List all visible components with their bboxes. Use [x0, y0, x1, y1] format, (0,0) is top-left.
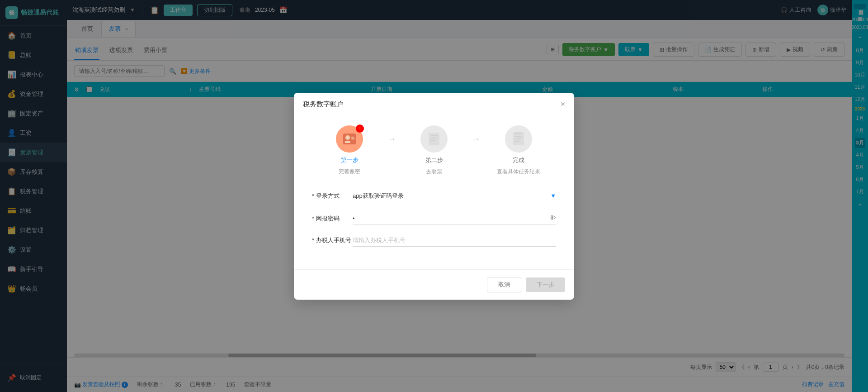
login-method-select[interactable]: app获取验证码登录 ▼	[353, 189, 556, 203]
svg-rect-2	[345, 141, 350, 143]
step-3-title: 完成	[513, 156, 524, 164]
svg-rect-7	[430, 138, 438, 139]
phone-label: * 办税人手机号	[312, 236, 353, 244]
svg-rect-8	[430, 140, 435, 141]
svg-rect-11	[515, 136, 522, 137]
step-1-badge: !	[356, 124, 364, 133]
steps: ! 第一步 完善账密 →	[312, 125, 556, 176]
svg-rect-4	[351, 139, 355, 139]
login-method-value: app获取验证码登录	[353, 192, 404, 200]
svg-rect-3	[351, 137, 354, 138]
step-1: ! 第一步 完善账密	[312, 125, 387, 176]
step-2: 第二步 去取票	[396, 125, 472, 176]
modal-title: 税务数字账户	[303, 100, 344, 109]
step-3-icon	[505, 125, 532, 153]
svg-rect-5	[429, 133, 439, 145]
step-2-title: 第二步	[425, 156, 443, 164]
phone-control	[353, 234, 556, 247]
toggle-password-icon[interactable]: 👁	[549, 214, 556, 222]
password-row: * 网报密码 👁	[312, 212, 556, 225]
step-1-title: 第一步	[341, 156, 359, 164]
password-label: * 网报密码	[312, 215, 353, 223]
svg-rect-10	[514, 132, 523, 134]
phone-row: * 办税人手机号	[312, 234, 556, 247]
svg-rect-6	[430, 135, 438, 136]
phone-input[interactable]	[353, 234, 556, 247]
next-button[interactable]: 下一步	[526, 277, 565, 292]
modal-footer: 取消 下一步	[294, 269, 574, 300]
password-control: 👁	[353, 212, 556, 225]
step-3-desc: 查看具体任务结果	[497, 168, 540, 176]
modal-form: * 登录方式 app获取验证码登录 ▼ * 网报密码 👁	[312, 189, 556, 247]
step-1-icon-wrap: !	[336, 125, 363, 153]
modal-body: ! 第一步 完善账密 →	[294, 116, 574, 269]
password-input[interactable]	[353, 212, 549, 225]
step-2-desc: 去取票	[426, 168, 442, 176]
modal-close-button[interactable]: ×	[560, 100, 565, 108]
step-arrow-1: →	[387, 125, 396, 144]
step-1-desc: 完善账密	[339, 168, 360, 176]
login-method-control: app获取验证码登录 ▼	[353, 189, 556, 203]
login-method-label: * 登录方式	[312, 192, 353, 200]
modal-header: 税务数字账户 ×	[294, 93, 574, 116]
login-method-row: * 登录方式 app获取验证码登录 ▼	[312, 189, 556, 203]
step-arrow-2: →	[472, 125, 481, 144]
step-3: 完成 查看具体任务结果	[481, 125, 556, 176]
select-arrow-icon: ▼	[550, 192, 556, 199]
modal-overlay: 税务数字账户 ×	[0, 0, 868, 392]
svg-rect-12	[515, 139, 521, 139]
svg-point-1	[345, 135, 350, 140]
svg-rect-13	[515, 141, 519, 142]
tax-digital-account-modal: 税务数字账户 ×	[294, 93, 574, 300]
cancel-button[interactable]: 取消	[487, 277, 521, 292]
step-2-icon	[420, 125, 448, 153]
